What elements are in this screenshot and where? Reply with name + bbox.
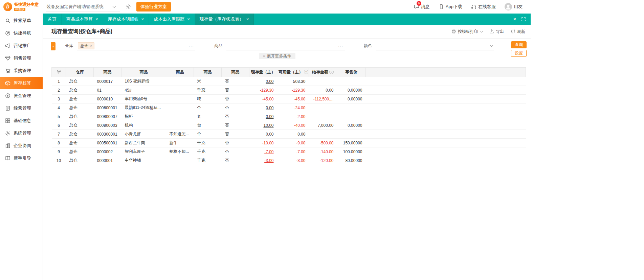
qty-drilldown-link[interactable]: 0.00 xyxy=(266,79,273,84)
export-button[interactable]: 导出 xyxy=(489,29,504,34)
info-icon[interactable]: ? xyxy=(304,70,308,74)
table-row[interactable]: 7总仓000300001小青龙虾不知道怎...个否0.000.00 xyxy=(52,130,526,139)
box-icon xyxy=(5,80,10,86)
trial-button[interactable]: 体验行业方案 xyxy=(136,2,171,11)
settings-gear-icon[interactable] xyxy=(126,4,131,9)
table-row[interactable]: 4总仓000600001晨韵811-24酒精马...个否0.00-24.00 xyxy=(52,103,526,112)
cell-amount: -112,500.... xyxy=(309,95,337,103)
system-select[interactable]: 装备及固定资产辅助管理系统 xyxy=(46,2,120,11)
collapse-filter-button[interactable]: » xyxy=(51,42,55,50)
table-row[interactable]: 2总仓0145#千克否-129.30-129.300.000.00000 xyxy=(52,86,526,95)
qty-drilldown-link[interactable]: -7.00 xyxy=(264,149,273,154)
tab-close-icon[interactable]: × xyxy=(141,17,144,21)
cell-amount xyxy=(309,130,337,139)
sidebar-item-搜索菜单[interactable]: 搜索菜单 xyxy=(0,14,43,27)
table-row[interactable]: 1总仓000001710S 变斜罗缎米否0.00503.30 xyxy=(52,77,526,86)
cell-qty: -129.30 xyxy=(249,86,277,95)
tab-close-icon[interactable]: × xyxy=(246,17,249,21)
cell-spec: 新牛 xyxy=(166,139,194,147)
online-service-button[interactable]: 在线客服 xyxy=(471,4,496,10)
color-dropdown-chevron-icon[interactable] xyxy=(490,44,493,47)
warehouse-field[interactable]: 总仓 × ··· xyxy=(77,42,195,50)
query-button[interactable]: 查询 xyxy=(511,41,527,48)
product-picker-ellipsis[interactable]: ··· xyxy=(338,43,343,48)
tab-label: 现存量（库存状况表） xyxy=(200,16,244,22)
tab-现存量（库存状况表）[interactable]: 现存量（库存状况表）× xyxy=(195,14,254,25)
qty-drilldown-link[interactable]: 0.00 xyxy=(266,132,273,137)
sidebar-item-新手引导[interactable]: 新手引导 xyxy=(0,152,43,164)
sidebar-item-资金管理[interactable]: 资金管理 xyxy=(0,89,43,102)
sidebar-item-快捷导航[interactable]: 快捷导航 xyxy=(0,27,43,39)
cell-qty: 0.00 xyxy=(249,103,277,112)
qty-drilldown-link[interactable]: -3.00 xyxy=(264,158,273,163)
settings-button[interactable]: 设置 xyxy=(511,50,527,57)
tab-close-icon[interactable]: × xyxy=(95,17,98,21)
cell-filler xyxy=(366,121,526,130)
cell-serial: 否 xyxy=(222,139,249,147)
cell-serial: 否 xyxy=(222,77,249,86)
refresh-icon xyxy=(511,29,515,34)
sidebar-item-库存核算[interactable]: 库存核算 xyxy=(0,77,43,89)
sidebar-item-销售管理[interactable]: 销售管理 xyxy=(0,52,43,64)
qty-drilldown-link[interactable]: 0.00 xyxy=(266,114,273,119)
cell-avail: 503.30 xyxy=(277,77,309,86)
print-template-button[interactable]: 按模板打印 xyxy=(451,29,483,34)
table-row[interactable]: 9总仓0000002智利车厘子规格不知...千克否-7.00-7.00-140.… xyxy=(52,147,526,156)
phone-icon xyxy=(439,4,444,9)
cell-unit: 千克 xyxy=(194,156,222,165)
cell-code: 0000017 xyxy=(94,77,121,86)
table-row[interactable]: 8总仓000500001新西兰牛肉新牛千克否-10.00-9.00-500.00… xyxy=(52,139,526,147)
cell-num: 6 xyxy=(52,121,66,130)
cell-amount xyxy=(309,112,337,121)
app-download-button[interactable]: App下载 xyxy=(439,4,462,10)
sidebar-item-企业协同[interactable]: 企业协同 xyxy=(0,139,43,152)
tab-商品成本重算[interactable]: 商品成本重算× xyxy=(62,14,103,25)
sidebar-item-营销推广[interactable]: 营销推广 xyxy=(0,39,43,52)
table-row[interactable]: 5总仓000800007橱柜套否0.00-2.00 xyxy=(52,112,526,121)
cell-num: 1 xyxy=(52,77,66,86)
cell-price: 80.00000 xyxy=(337,156,366,165)
tag-close-icon[interactable]: × xyxy=(90,44,92,48)
table-row[interactable]: 3总仓0000010车用柴油0号吨否-45.00-45.00-112,500..… xyxy=(52,95,526,103)
cell-warehouse: 总仓 xyxy=(66,86,94,95)
warehouse-picker-ellipsis[interactable]: ··· xyxy=(188,43,194,48)
column-header: 仓库 xyxy=(66,68,94,77)
qty-drilldown-link[interactable]: 10.00 xyxy=(263,123,273,128)
cell-warehouse: 总仓 xyxy=(66,112,94,121)
filter-area: » 仓库 总仓 × ··· 商品 xyxy=(43,39,531,61)
cell-serial: 否 xyxy=(222,112,249,121)
sidebar-item-经营管理[interactable]: 经营管理 xyxy=(0,102,43,114)
table-header-row: 仓库商品商品商品商品商品现存量（主）可用量（主）?结存金额?零售价 xyxy=(52,68,526,77)
sidebar-item-基础信息[interactable]: 基础信息 xyxy=(0,114,43,127)
tab-成本出入库跟踪[interactable]: 成本出入库跟踪× xyxy=(149,14,195,25)
tab-close-icon[interactable]: × xyxy=(187,17,190,21)
close-all-tabs-button[interactable]: × xyxy=(513,16,516,22)
user-menu[interactable]: 用友 xyxy=(505,3,523,10)
table-row[interactable]: 10总仓0000001中华神鳍千克否-3.00-3.00-120.0080.00… xyxy=(52,156,526,165)
refresh-button[interactable]: 刷新 xyxy=(511,29,525,34)
sidebar-item-label: 搜索菜单 xyxy=(14,18,31,24)
online-service-label: 在线客服 xyxy=(478,4,496,10)
sidebar-item-采购管理[interactable]: 采购管理 xyxy=(0,64,43,77)
tab-库存成本明细账[interactable]: 库存成本明细账× xyxy=(103,14,149,25)
sidebar-item-系统管理[interactable]: 系统管理 xyxy=(0,127,43,139)
color-field[interactable] xyxy=(376,42,494,50)
cell-name: 45# xyxy=(121,86,166,95)
messages-button[interactable]: 6 消息 xyxy=(414,4,430,10)
column-settings-gear-icon[interactable] xyxy=(52,68,66,77)
qty-drilldown-link[interactable]: -10.00 xyxy=(262,141,273,145)
product-field[interactable]: ··· xyxy=(226,42,345,50)
expand-more-conditions[interactable]: » 展开更多条件 xyxy=(259,53,295,59)
table-row[interactable]: 6总仓000800003机构台否10.00-40.007,000.000.000… xyxy=(52,121,526,130)
building-icon xyxy=(5,143,10,148)
cell-warehouse: 总仓 xyxy=(66,95,94,103)
qty-drilldown-link[interactable]: 0.00 xyxy=(266,106,273,110)
fullscreen-icon[interactable] xyxy=(521,17,526,22)
cell-serial: 否 xyxy=(222,86,249,95)
tab-首页[interactable]: 首页 xyxy=(43,14,62,25)
megaphone-icon xyxy=(5,43,10,48)
qty-drilldown-link[interactable]: -45.00 xyxy=(262,97,273,101)
info-icon[interactable]: ? xyxy=(329,70,334,74)
qty-drilldown-link[interactable]: -129.30 xyxy=(260,88,274,93)
topbar: b 畅捷通好生意 标准版 装备及固定资产辅助管理系统 体验行业方案 6 xyxy=(0,0,531,14)
